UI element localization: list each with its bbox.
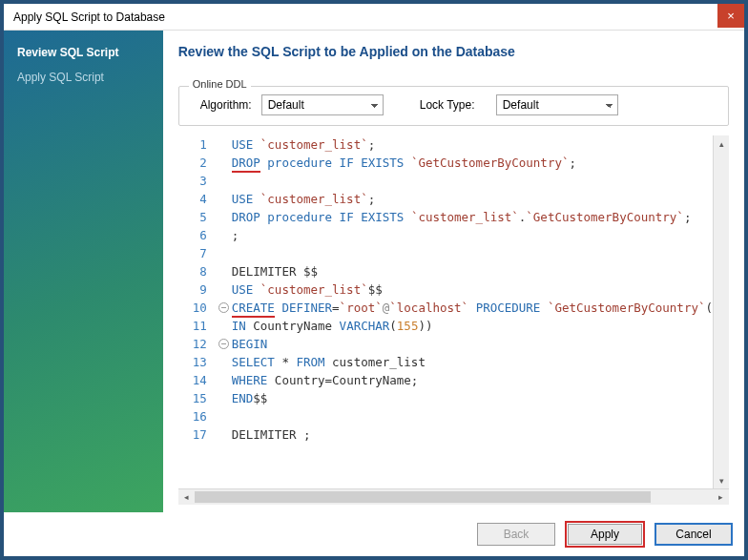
code-area[interactable]: USE `customer_list`; DROP procedure IF E… <box>232 135 713 488</box>
scroll-left-icon[interactable]: ◂ <box>178 489 195 506</box>
scroll-right-icon[interactable]: ▸ <box>713 489 729 506</box>
main-panel: Review the SQL Script to be Applied on t… <box>163 31 744 512</box>
sidebar-item-label: Apply SQL Script <box>17 71 104 84</box>
sidebar: Review SQL Script Apply SQL Script <box>4 31 163 512</box>
algorithm-select[interactable]: Default <box>261 94 384 115</box>
footer-buttons: Back Apply Cancel <box>4 512 744 556</box>
sql-editor: 1234567891011121314151617 USE `customer_… <box>178 135 729 505</box>
apply-highlight: Apply <box>565 521 645 548</box>
online-ddl-group: Online DDL Algorithm: Default Lock Type:… <box>178 86 729 126</box>
apply-button[interactable]: Apply <box>568 524 642 545</box>
locktype-label: Lock Type: <box>420 98 487 112</box>
hscroll-thumb[interactable] <box>195 491 651 503</box>
page-title: Review the SQL Script to be Applied on t… <box>178 44 733 59</box>
fold-column <box>217 135 232 488</box>
scroll-down-icon[interactable]: ▾ <box>714 472 729 488</box>
sidebar-item-review[interactable]: Review SQL Script <box>4 40 163 65</box>
line-gutter: 1234567891011121314151617 <box>178 135 217 488</box>
close-icon: × <box>727 9 735 23</box>
sidebar-item-label: Review SQL Script <box>17 46 118 59</box>
algorithm-label: Algorithm: <box>191 98 252 112</box>
window-title: Apply SQL Script to Database <box>13 10 165 24</box>
sidebar-item-apply[interactable]: Apply SQL Script <box>4 65 163 90</box>
ddl-legend: Online DDL <box>189 78 251 90</box>
locktype-select[interactable]: Default <box>496 94 618 115</box>
scroll-up-icon[interactable]: ▴ <box>714 135 729 152</box>
horizontal-scrollbar[interactable]: ◂ ▸ <box>178 488 729 505</box>
titlebar: Apply SQL Script to Database × <box>4 4 744 31</box>
hscroll-track[interactable] <box>195 489 713 505</box>
close-button[interactable]: × <box>717 4 744 28</box>
vertical-scrollbar[interactable]: ▴ ▾ <box>713 135 729 488</box>
back-button: Back <box>477 523 555 546</box>
cancel-button[interactable]: Cancel <box>654 523 733 546</box>
